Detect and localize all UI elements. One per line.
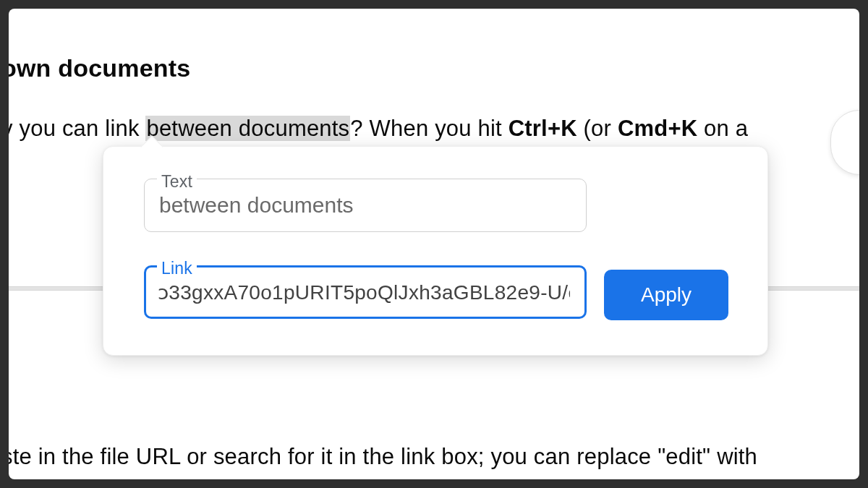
- keyboard-shortcut: Cmd+K: [618, 116, 697, 141]
- screenshot-frame: own documents v you can link between doc…: [9, 9, 859, 479]
- selected-text[interactable]: between documents: [145, 116, 350, 141]
- link-text-field: Text: [144, 179, 587, 232]
- floating-control-partial[interactable]: [830, 110, 859, 175]
- link-url-label: Link: [157, 256, 197, 282]
- link-text-input[interactable]: [144, 179, 587, 232]
- document-body: own documents v you can link between doc…: [9, 9, 859, 479]
- paragraph-line-2: ste in the file URL or search for it in …: [9, 440, 757, 474]
- link-url-input[interactable]: [144, 265, 587, 319]
- paragraph-line-3: the end of any Docs URL to link to a cle…: [9, 474, 676, 479]
- paragraph-line-1: v you can link between documents? When y…: [9, 111, 748, 146]
- text-fragment: ? When you hit: [350, 116, 508, 141]
- text-fragment: v you can link: [9, 116, 145, 141]
- insert-link-popover: Text Link Apply: [103, 146, 768, 356]
- apply-button[interactable]: Apply: [604, 270, 728, 320]
- keyboard-shortcut: Ctrl+K: [509, 116, 577, 141]
- section-heading: own documents: [9, 49, 190, 87]
- text-fragment: on a: [697, 116, 748, 141]
- link-url-field: Link: [144, 265, 587, 319]
- text-fragment: (or: [577, 116, 618, 141]
- link-text-label: Text: [157, 169, 197, 195]
